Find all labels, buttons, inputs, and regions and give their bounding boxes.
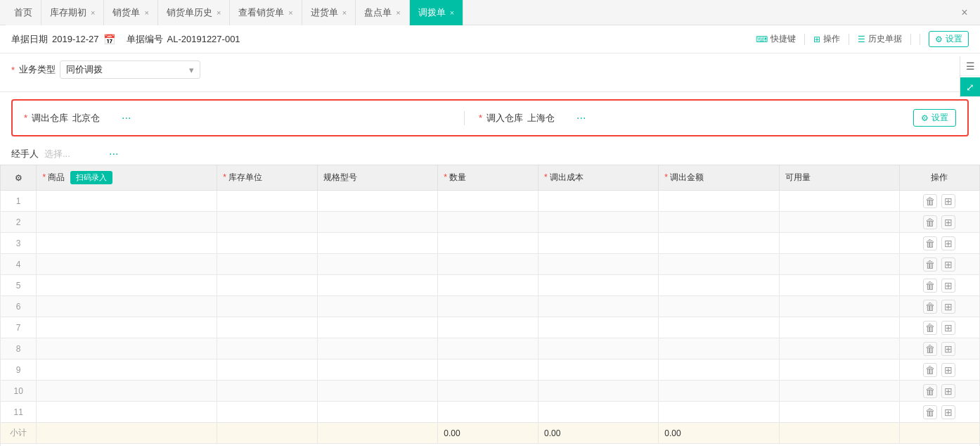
copy-icon[interactable]: ⊞: [941, 215, 955, 229]
qty-cell[interactable]: [438, 233, 539, 254]
product-cell[interactable]: [37, 381, 217, 402]
qty-cell[interactable]: [438, 191, 539, 212]
history-button[interactable]: ☰ 历史单据: [858, 33, 902, 45]
delete-icon-11[interactable]: 🗑: [923, 405, 937, 419]
th-gear[interactable]: ⚙: [1, 165, 37, 191]
qty-cell-11[interactable]: [438, 402, 539, 423]
product-cell[interactable]: [37, 296, 217, 317]
cost-cell-11[interactable]: [538, 402, 658, 423]
copy-icon[interactable]: ⊞: [941, 257, 955, 272]
tab-purchase-order[interactable]: 进货单 ×: [302, 0, 356, 25]
table-row: 8🗑⊞: [1, 338, 980, 359]
delete-icon[interactable]: 🗑: [923, 257, 937, 272]
copy-icon-11[interactable]: ⊞: [941, 405, 955, 419]
tab-inventory-init[interactable]: 库存期初 ×: [41, 0, 104, 25]
cost-cell[interactable]: [538, 381, 658, 402]
tab-stocktake[interactable]: 盘点单 ×: [356, 0, 409, 25]
tab-sales-order[interactable]: 销货单 ×: [104, 0, 157, 25]
delete-icon[interactable]: 🗑: [923, 215, 937, 229]
business-type-select[interactable]: 同价调拨 ▾: [60, 60, 200, 79]
tab-sales-history-close[interactable]: ×: [217, 8, 221, 17]
cost-cell[interactable]: [538, 191, 658, 212]
delete-icon[interactable]: 🗑: [923, 363, 937, 377]
cost-cell[interactable]: [538, 233, 658, 254]
shortcut-button[interactable]: ⌨ 快捷键: [756, 33, 796, 45]
product-cell[interactable]: [37, 275, 217, 296]
product-cell[interactable]: [37, 233, 217, 254]
scrollbar-track-cell: [1, 444, 980, 447]
product-cell-11[interactable]: [37, 402, 217, 423]
qty-cell[interactable]: [438, 212, 539, 233]
copy-icon[interactable]: ⊞: [941, 321, 955, 335]
delete-icon[interactable]: 🗑: [923, 321, 937, 335]
in-warehouse-more-icon[interactable]: ···: [576, 112, 586, 125]
cost-cell[interactable]: [538, 254, 658, 275]
warehouse-settings-button[interactable]: ⚙ 设置: [913, 109, 956, 127]
right-panel-expand-icon[interactable]: ⤢: [960, 77, 980, 97]
product-cell[interactable]: [37, 254, 217, 275]
copy-icon[interactable]: ⊞: [941, 384, 955, 398]
qty-cell[interactable]: [438, 338, 539, 359]
cost-cell[interactable]: [538, 338, 658, 359]
tab-sales-order-close[interactable]: ×: [144, 8, 148, 17]
amount-cell: [659, 296, 779, 317]
tab-sales-history[interactable]: 销货单历史 ×: [158, 0, 230, 25]
delete-icon[interactable]: 🗑: [923, 194, 937, 208]
tab-transfer[interactable]: 调拨单 ×: [410, 0, 463, 25]
tab-stocktake-close[interactable]: ×: [396, 8, 400, 17]
cost-cell[interactable]: [538, 359, 658, 381]
delete-icon[interactable]: 🗑: [923, 342, 937, 356]
spec-cell: [317, 338, 437, 359]
table-container: ⚙ * 商品 扫码录入 * 库存单位 规格型号 * 数量: [0, 165, 980, 446]
copy-icon[interactable]: ⊞: [941, 236, 955, 250]
product-cell[interactable]: [37, 212, 217, 233]
row-num: 9: [1, 359, 37, 381]
delete-icon[interactable]: 🗑: [923, 300, 937, 314]
copy-icon[interactable]: ⊞: [941, 363, 955, 377]
out-warehouse-more-icon[interactable]: ···: [122, 112, 131, 125]
settings-button[interactable]: ⚙ 设置: [929, 31, 969, 47]
handler-more-icon[interactable]: ···: [109, 148, 118, 160]
available-cell: [779, 359, 899, 381]
qty-cell[interactable]: [438, 381, 539, 402]
delete-icon[interactable]: 🗑: [923, 279, 937, 293]
copy-icon[interactable]: ⊞: [941, 300, 955, 314]
product-cell[interactable]: [37, 359, 217, 381]
cost-cell[interactable]: [538, 212, 658, 233]
qty-cell[interactable]: [438, 296, 539, 317]
tab-view-sales[interactable]: 查看销货单 ×: [230, 0, 302, 25]
right-panel-list-icon[interactable]: ☰: [960, 56, 980, 76]
tab-bar: 首页 库存期初 × 销货单 × 销货单历史 × 查看销货单 × 进货单 × 盘点…: [0, 0, 980, 25]
spec-cell: [317, 381, 437, 402]
copy-icon[interactable]: ⊞: [941, 342, 955, 356]
qty-cell[interactable]: [438, 359, 539, 381]
handler-input[interactable]: 选择...: [44, 148, 101, 160]
subtotal-ops: [899, 423, 979, 444]
tab-inventory-init-close[interactable]: ×: [91, 8, 95, 17]
qty-cell[interactable]: [438, 254, 539, 275]
number-field: 单据编号 AL-20191227-001: [127, 33, 240, 46]
delete-icon[interactable]: 🗑: [923, 236, 937, 250]
tab-home[interactable]: 首页: [6, 0, 41, 25]
product-cell[interactable]: [37, 317, 217, 338]
scan-button[interactable]: 扫码录入: [70, 171, 112, 184]
subtotal-product: [37, 423, 217, 444]
close-all-button[interactable]: ×: [955, 3, 974, 23]
delete-icon[interactable]: 🗑: [923, 384, 937, 398]
qty-cell[interactable]: [438, 275, 539, 296]
copy-icon[interactable]: ⊞: [941, 194, 955, 208]
product-cell[interactable]: [37, 191, 217, 212]
cost-cell[interactable]: [538, 296, 658, 317]
row-num: 2: [1, 212, 37, 233]
gear-icon: ⚙: [15, 173, 22, 183]
tab-view-sales-close[interactable]: ×: [288, 8, 292, 17]
operations-button[interactable]: ⊞ 操作: [813, 33, 840, 45]
tab-transfer-close[interactable]: ×: [450, 8, 454, 17]
tab-purchase-order-close[interactable]: ×: [342, 8, 347, 17]
qty-cell[interactable]: [438, 317, 539, 338]
cost-cell[interactable]: [538, 317, 658, 338]
product-cell[interactable]: [37, 338, 217, 359]
cost-cell[interactable]: [538, 275, 658, 296]
calendar-icon[interactable]: 📅: [103, 34, 115, 45]
copy-icon[interactable]: ⊞: [941, 279, 955, 293]
